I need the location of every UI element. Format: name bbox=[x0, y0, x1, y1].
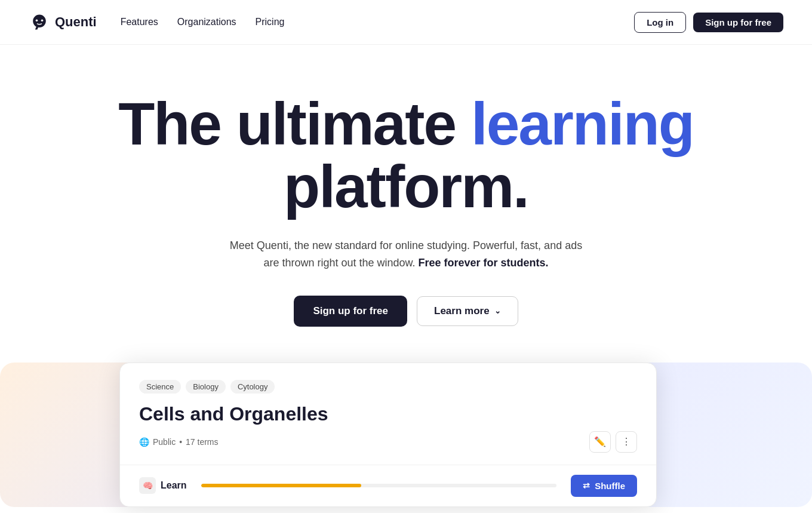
hero-subtitle-bold: Free forever for students. bbox=[419, 257, 549, 269]
hero-title-highlight: learning bbox=[471, 90, 694, 157]
learn-more-label: Learn more bbox=[434, 305, 490, 317]
svg-point-2 bbox=[41, 20, 44, 22]
logo[interactable]: Quenti bbox=[29, 11, 97, 33]
preview-public: Public bbox=[153, 437, 176, 447]
brand-name: Quenti bbox=[55, 14, 97, 30]
signup-hero-button[interactable]: Sign up for free bbox=[294, 296, 407, 327]
nav-right: Log in Sign up for free bbox=[634, 12, 783, 33]
preview-header: Science Biology Cytology Cells and Organ… bbox=[120, 363, 656, 465]
tag-science: Science bbox=[139, 380, 181, 394]
shuffle-icon: ⇄ bbox=[583, 481, 590, 490]
nav-left: Quenti Features Organizations Pricing bbox=[29, 11, 284, 33]
preview-title: Cells and Organelles bbox=[139, 403, 637, 425]
shuffle-label: Shuffle bbox=[595, 481, 625, 491]
navbar: Quenti Features Organizations Pricing Lo… bbox=[0, 0, 812, 45]
learn-more-button[interactable]: Learn more ⌄ bbox=[417, 296, 518, 326]
nav-link-pricing[interactable]: Pricing bbox=[256, 17, 285, 27]
edit-icon: ✏️ bbox=[594, 436, 606, 447]
preview-dot: • bbox=[179, 437, 182, 447]
hero-title-part1: The ultimate bbox=[118, 90, 471, 157]
preview-meta: 🌐 Public • 17 terms ✏️ ⋮ bbox=[139, 431, 637, 453]
learn-tab[interactable]: 🧠 Learn bbox=[139, 477, 187, 494]
nav-links: Features Organizations Pricing bbox=[121, 17, 285, 27]
preview-footer: 🧠 Learn ⇄ Shuffle bbox=[120, 465, 656, 506]
more-options-button[interactable]: ⋮ bbox=[616, 431, 637, 453]
chevron-down-icon: ⌄ bbox=[494, 306, 501, 315]
hero-subtitle: Meet Quenti, the new standard for online… bbox=[227, 237, 585, 272]
nav-link-organizations[interactable]: Organizations bbox=[177, 17, 236, 27]
edit-button[interactable]: ✏️ bbox=[589, 431, 611, 453]
preview-meta-left: 🌐 Public • 17 terms bbox=[139, 437, 219, 447]
hero-section: The ultimate learning platform. Meet Que… bbox=[0, 45, 812, 327]
learn-tab-icon: 🧠 bbox=[139, 477, 156, 494]
preview-section: Science Biology Cytology Cells and Organ… bbox=[0, 363, 812, 507]
shuffle-button[interactable]: ⇄ Shuffle bbox=[571, 475, 637, 497]
svg-point-1 bbox=[36, 20, 38, 22]
globe-icon: 🌐 bbox=[139, 437, 149, 447]
hero-title-part2: platform. bbox=[284, 153, 528, 220]
nav-link-features[interactable]: Features bbox=[121, 17, 158, 27]
signup-nav-button[interactable]: Sign up for free bbox=[693, 13, 783, 32]
preview-meta-actions: ✏️ ⋮ bbox=[589, 431, 637, 453]
brain-icon: 🧠 bbox=[143, 481, 153, 490]
tag-biology: Biology bbox=[186, 380, 226, 394]
preview-tags: Science Biology Cytology bbox=[139, 380, 637, 394]
learn-label: Learn bbox=[161, 480, 187, 491]
preview-card: Science Biology Cytology Cells and Organ… bbox=[119, 363, 657, 507]
progress-bar-fill bbox=[201, 484, 361, 487]
preview-card-wrapper: Science Biology Cytology Cells and Organ… bbox=[119, 363, 693, 507]
preview-terms: 17 terms bbox=[186, 437, 218, 447]
hero-buttons: Sign up for free Learn more ⌄ bbox=[294, 296, 518, 327]
tag-cytology: Cytology bbox=[230, 380, 275, 394]
ellipsis-icon: ⋮ bbox=[622, 436, 631, 447]
hero-title: The ultimate learning platform. bbox=[118, 93, 694, 218]
progress-bar bbox=[201, 484, 557, 487]
quenti-logo-icon bbox=[29, 11, 50, 33]
login-button[interactable]: Log in bbox=[634, 12, 686, 33]
